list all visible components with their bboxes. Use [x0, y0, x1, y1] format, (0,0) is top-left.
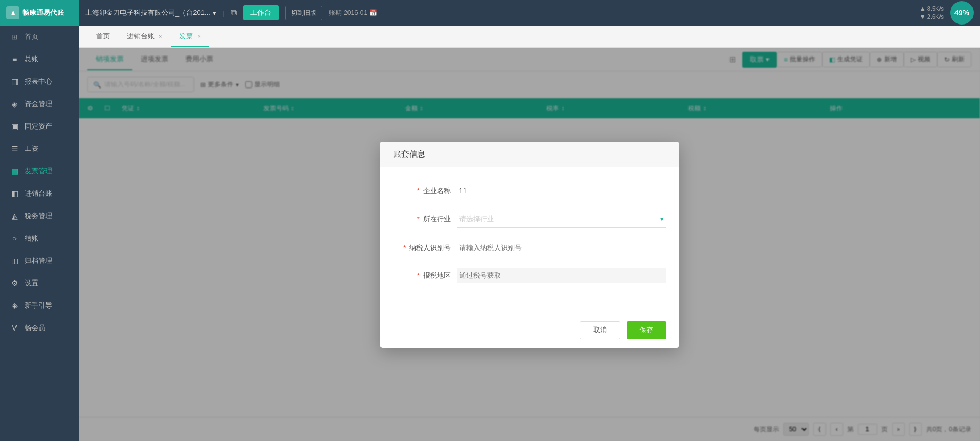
sidebar-label-closing: 结账 — [25, 234, 38, 243]
modal-overlay: 账套信息 * 企业名称 * 所在行业 — [79, 48, 980, 441]
required-star3: * — [403, 244, 406, 252]
required-star4: * — [417, 271, 420, 279]
sidebar-label-invoice: 发票管理 — [25, 166, 52, 176]
industry-dropdown-icon: ▾ — [660, 215, 664, 223]
required-star2: * — [417, 215, 420, 223]
tab-bar: 首页 进销台账 × 发票 × — [79, 26, 980, 48]
sidebar-item-reports[interactable]: ▦ 报表中心 — [0, 70, 79, 93]
cancel-button[interactable]: 取消 — [580, 321, 620, 339]
sidebar-item-finance[interactable]: ◈ 资金管理 — [0, 93, 79, 115]
tab-invoice-close-icon[interactable]: × — [197, 33, 200, 39]
sidebar-item-member[interactable]: V 畅会员 — [0, 317, 79, 339]
industry-label: * 所在行业 — [393, 214, 457, 224]
sidebar-item-salary[interactable]: ☰ 工资 — [0, 138, 79, 160]
sidebar-item-ledger[interactable]: ≡ 总账 — [0, 48, 79, 70]
sidebar-label-purchase: 进销台账 — [25, 189, 52, 198]
sidebar-label-tax: 税务管理 — [25, 211, 52, 221]
tab-purchase-ledger[interactable]: 进销台账 × — [118, 26, 171, 47]
guide-icon: ◈ — [10, 301, 19, 310]
main-area: 上海卯金刀电子科技有限公司_（台201... ▾ | ⧉ 工作台 切到旧版 账期… — [79, 0, 980, 441]
sidebar-label-assets: 固定资产 — [25, 122, 52, 131]
tax-icon: ◭ — [10, 212, 19, 220]
calendar-icon[interactable]: 📅 — [369, 9, 377, 17]
form-row-tax-region: * 报税地区 — [393, 268, 666, 283]
sidebar-item-purchase[interactable]: ◧ 进销台账 — [0, 182, 79, 205]
copy-icon[interactable]: ⧉ — [231, 8, 237, 18]
company-name-input[interactable] — [457, 183, 666, 198]
tax-id-label: * 纳税人识别号 — [393, 243, 457, 253]
workspace-button[interactable]: 工作台 — [243, 5, 279, 20]
sidebar: ♟ 畅康通易代账 ⊞ 首页 ≡ 总账 ▦ 报表中心 ◈ 资金管理 ▣ 固定资产 … — [0, 0, 79, 441]
closing-icon: ○ — [10, 234, 19, 243]
sidebar-label-finance: 资金管理 — [25, 99, 52, 109]
sidebar-item-archive[interactable]: ◫ 归档管理 — [0, 250, 79, 272]
tax-region-label: * 报税地区 — [393, 271, 457, 280]
company-selector[interactable]: 上海卯金刀电子科技有限公司_（台201... ▾ — [85, 8, 216, 18]
reports-icon: ▦ — [10, 77, 19, 86]
performance-indicator: 49% — [950, 1, 974, 25]
sidebar-item-closing[interactable]: ○ 结账 — [0, 227, 79, 250]
tax-region-input — [457, 268, 666, 283]
finance-icon: ◈ — [10, 100, 19, 108]
company-name-label: * 企业名称 — [393, 186, 457, 196]
account-info-dialog: 账套信息 * 企业名称 * 所在行业 — [380, 142, 679, 348]
ledger-icon: ≡ — [10, 55, 19, 63]
tab-invoice-label: 发票 — [179, 31, 193, 41]
purchase-icon: ◧ — [10, 189, 19, 198]
tab-purchase-close-icon[interactable]: × — [159, 33, 162, 39]
member-icon: V — [10, 324, 19, 332]
gear-icon: ⚙ — [10, 279, 19, 287]
tab-home-label: 首页 — [96, 31, 110, 41]
tab-purchase-label: 进销台账 — [127, 31, 155, 41]
form-row-tax-id: * 纳税人识别号 — [393, 240, 666, 255]
tab-invoice[interactable]: 发票 × — [171, 26, 209, 47]
sidebar-item-invoice[interactable]: ▤ 发票管理 — [0, 160, 79, 182]
sidebar-label-member: 畅会员 — [25, 323, 45, 333]
sidebar-item-home[interactable]: ⊞ 首页 — [0, 26, 79, 48]
sidebar-label-salary: 工资 — [25, 144, 38, 154]
dialog-footer: 取消 保存 — [380, 312, 679, 348]
tax-id-input[interactable] — [457, 240, 666, 255]
form-row-industry: * 所在行业 请选择行业 ▾ — [393, 211, 666, 228]
salary-icon: ☰ — [10, 145, 19, 153]
industry-placeholder: 请选择行业 — [459, 214, 494, 224]
tab-home[interactable]: 首页 — [87, 26, 118, 47]
sidebar-label-settings: 设置 — [25, 278, 38, 288]
logo-icon: ♟ — [6, 6, 19, 19]
app-name: 畅康通易代账 — [22, 8, 64, 18]
sidebar-item-tax[interactable]: ◭ 税务管理 — [0, 205, 79, 227]
assets-icon: ▣ — [10, 122, 19, 131]
sidebar-label-guide: 新手引导 — [25, 301, 52, 310]
sidebar-label-archive: 归档管理 — [25, 256, 52, 266]
period-display: 账期 2016-01 📅 — [329, 9, 377, 18]
period-value: 2016-01 — [344, 9, 367, 17]
period-label: 账期 — [329, 9, 342, 18]
sidebar-label-ledger: 总账 — [25, 54, 38, 64]
content-area: 销项发票 进项发票 费用小票 ⊞ 取票 ▾ ≡ 批量操作 — [79, 48, 980, 441]
invoice-icon: ▤ — [10, 167, 19, 175]
separator: | — [223, 9, 224, 17]
dialog-body: * 企业名称 * 所在行业 请选择行业 ▾ — [380, 167, 679, 312]
required-star: * — [417, 187, 420, 195]
company-name: 上海卯金刀电子科技有限公司_（台201... — [85, 8, 210, 18]
save-button[interactable]: 保存 — [627, 321, 666, 339]
speed-up: ▲ 8.5K/s — [920, 5, 944, 13]
old-version-button[interactable]: 切到旧版 — [285, 6, 322, 20]
dialog-title: 账套信息 — [380, 142, 679, 167]
company-dropdown-icon: ▾ — [213, 9, 216, 17]
speed-down: ▼ 2.6K/s — [920, 13, 944, 21]
sidebar-item-settings[interactable]: ⚙ 设置 — [0, 272, 79, 294]
sidebar-item-assets[interactable]: ▣ 固定资产 — [0, 115, 79, 138]
industry-select[interactable]: 请选择行业 ▾ — [457, 211, 666, 228]
sidebar-item-guide[interactable]: ◈ 新手引导 — [0, 294, 79, 317]
archive-icon: ◫ — [10, 256, 19, 265]
sidebar-label-home: 首页 — [25, 32, 38, 42]
app-logo: ♟ 畅康通易代账 — [0, 0, 79, 26]
home-icon: ⊞ — [10, 33, 19, 41]
sidebar-label-reports: 报表中心 — [25, 77, 52, 86]
network-speed: ▲ 8.5K/s ▼ 2.6K/s — [920, 5, 944, 21]
topbar: 上海卯金刀电子科技有限公司_（台201... ▾ | ⧉ 工作台 切到旧版 账期… — [79, 0, 980, 26]
form-row-company: * 企业名称 — [393, 183, 666, 198]
